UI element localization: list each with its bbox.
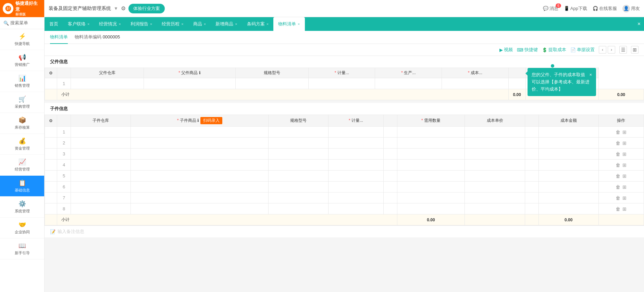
sidebar-search-item[interactable]: 🔍 搜索菜单 — [0, 17, 44, 29]
child-row7-unit-cost[interactable] — [465, 192, 525, 203]
child-row2-unit-cost[interactable] — [465, 138, 525, 149]
tooltip-close-btn[interactable]: × — [589, 71, 592, 79]
sub-tab-bom-code[interactable]: 物料清单编码 0000005 — [75, 31, 120, 44]
shortcut-btn[interactable]: ⌨ 快捷键 — [517, 47, 538, 53]
settings-icon[interactable]: ⚙ — [121, 5, 126, 12]
child-row1-unit-cost[interactable] — [465, 127, 525, 138]
delete-icon-row7[interactable]: 🗑 — [616, 195, 620, 201]
tab-history-close[interactable]: × — [181, 22, 183, 26]
copy-icon-row6[interactable]: ⊞ — [622, 184, 627, 190]
tab-customer-close[interactable]: × — [87, 22, 89, 26]
parent-row1-production[interactable] — [375, 78, 442, 89]
parent-row1-warehouse[interactable] — [71, 78, 144, 89]
delete-icon-row3[interactable]: 🗑 — [616, 151, 620, 157]
copy-icon-row1[interactable]: ⊞ — [622, 129, 627, 135]
copy-icon-row3[interactable]: ⊞ — [622, 151, 627, 157]
delete-icon-row4[interactable]: 🗑 — [616, 162, 620, 168]
copy-icon-row2[interactable]: ⊞ — [622, 140, 627, 146]
tab-goods-close[interactable]: × — [204, 22, 206, 26]
child-row1-spec[interactable] — [269, 127, 329, 138]
sidebar-item-finance[interactable]: 💰 资金管理 — [0, 134, 44, 155]
expand-btn[interactable]: ⊞ — [631, 46, 639, 54]
note-placeholder[interactable]: 输入备注信息 — [58, 229, 84, 235]
child-row2-qty[interactable] — [397, 138, 465, 149]
tab-home[interactable]: 首页 — [45, 17, 63, 31]
child-row8-goods[interactable] — [131, 203, 269, 214]
child-row2-goods[interactable] — [131, 138, 269, 149]
parent-row1-spec[interactable] — [235, 78, 308, 89]
messages-item[interactable]: 💬 消息 6 — [543, 5, 558, 12]
child-row5-goods[interactable] — [131, 171, 269, 182]
sidebar-item-enterprise[interactable]: 🤝 企业协同 — [0, 218, 44, 238]
child-row6-warehouse[interactable] — [71, 182, 131, 192]
child-row1-warehouse[interactable] — [71, 127, 131, 138]
tab-customer[interactable]: 客户联络 × — [63, 17, 94, 31]
child-row6-spec[interactable] — [269, 182, 329, 192]
child-row1-unit[interactable] — [329, 127, 383, 138]
tab-operation-status-close[interactable]: × — [119, 22, 121, 26]
user-item[interactable]: 👤 用友 — [622, 5, 640, 12]
sidebar-item-system[interactable]: ⚙️ 系统管理 — [0, 197, 44, 218]
parent-row1-goods[interactable] — [144, 78, 235, 89]
support-item[interactable]: 🎧 在线客服 — [593, 5, 617, 12]
child-row4-goods[interactable] — [131, 160, 269, 171]
child-row7-warehouse[interactable] — [71, 192, 131, 203]
child-row3-unit[interactable] — [329, 149, 383, 160]
delete-icon-row5[interactable]: 🗑 — [616, 173, 620, 179]
child-row3-spec[interactable] — [269, 149, 329, 160]
child-row7-unit[interactable] — [329, 192, 383, 203]
parent-row1-cost[interactable] — [442, 78, 509, 89]
child-row6-unit[interactable] — [329, 182, 383, 192]
tab-bom[interactable]: 物料清单 × — [273, 17, 305, 31]
child-row3-unit-cost[interactable] — [465, 149, 525, 160]
sub-tab-bom-list[interactable]: 物料清单 — [50, 31, 68, 44]
grid-view-btn[interactable]: ☰ — [619, 46, 627, 54]
copy-icon-row7[interactable]: ⊞ — [622, 195, 627, 201]
sidebar-item-operation[interactable]: 📈 经营管理 — [0, 155, 44, 176]
child-row3-goods[interactable] — [131, 149, 269, 160]
child-row8-spec[interactable] — [269, 203, 329, 214]
sidebar-item-purchase[interactable]: 🛒 采购管理 — [0, 92, 44, 113]
sidebar-item-inventory[interactable]: 📦 库存核算 — [0, 113, 44, 134]
child-row4-unit[interactable] — [329, 160, 383, 171]
child-row8-warehouse[interactable] — [71, 203, 131, 214]
close-all-tabs[interactable]: × — [634, 21, 644, 27]
child-row7-goods[interactable] — [131, 192, 269, 203]
child-th-settings[interactable]: ⚙ — [45, 115, 57, 127]
view-btn[interactable]: ▶ 视频 — [499, 47, 513, 53]
app-download-item[interactable]: 📱 App下载 — [564, 5, 587, 12]
tab-new-goods-close[interactable]: × — [235, 22, 237, 26]
child-row4-unit-cost[interactable] — [465, 160, 525, 171]
sidebar-item-guide[interactable]: 📖 新手引导 — [0, 238, 44, 259]
trial-button[interactable]: 体验行业方案 — [128, 4, 165, 13]
sidebar-item-marketing[interactable]: 📢 营销推广 — [0, 50, 44, 71]
child-row2-spec[interactable] — [269, 138, 329, 149]
dropdown-arrow[interactable]: ▼ — [114, 6, 118, 11]
tab-bom-close[interactable]: × — [298, 22, 300, 26]
child-row2-unit[interactable] — [329, 138, 383, 149]
cost-btn[interactable]: 💲 提取成本 — [542, 47, 566, 53]
child-row5-spec[interactable] — [269, 171, 329, 182]
delete-icon-row1[interactable]: 🗑 — [616, 129, 620, 135]
tab-profit[interactable]: 利润报告 × — [126, 17, 157, 31]
child-row8-unit[interactable] — [329, 203, 383, 214]
child-row8-unit-cost[interactable] — [465, 203, 525, 214]
copy-icon-row4[interactable]: ⊞ — [622, 162, 627, 168]
sidebar-item-sales[interactable]: 📊 销售管理 — [0, 71, 44, 92]
sidebar-item-quick-nav[interactable]: ⚡ 快捷导航 — [0, 29, 44, 50]
child-row6-qty[interactable] — [397, 182, 465, 192]
scan-input-btn[interactable]: 扫码录入 — [200, 117, 222, 124]
tab-barcode-close[interactable]: × — [267, 22, 269, 26]
child-row5-qty[interactable] — [397, 171, 465, 182]
child-row3-qty[interactable] — [397, 149, 465, 160]
parent-row1-unit[interactable] — [308, 78, 375, 89]
delete-icon-row8[interactable]: 🗑 — [616, 206, 620, 212]
child-row4-warehouse[interactable] — [71, 160, 131, 171]
child-row7-qty[interactable] — [397, 192, 465, 203]
child-row4-spec[interactable] — [269, 160, 329, 171]
delete-icon-row2[interactable]: 🗑 — [616, 140, 620, 146]
single-settings-btn[interactable]: 📄 单据设置 — [570, 47, 595, 53]
delete-icon-row6[interactable]: 🗑 — [616, 184, 620, 190]
tab-new-goods[interactable]: 新增商品 × — [211, 17, 242, 31]
child-row6-unit-cost[interactable] — [465, 182, 525, 192]
